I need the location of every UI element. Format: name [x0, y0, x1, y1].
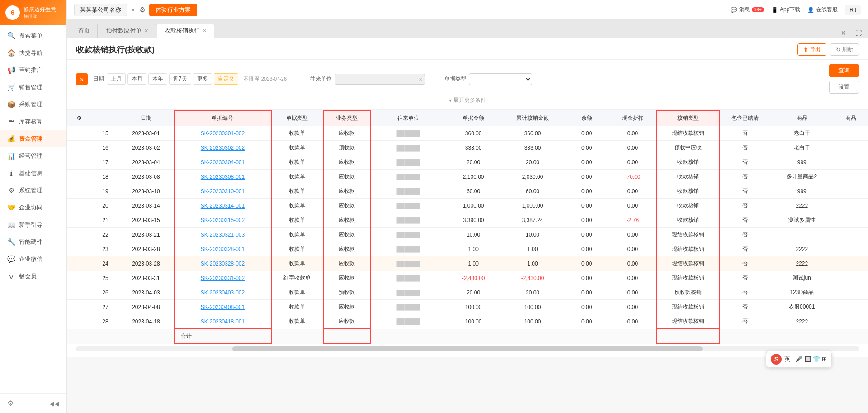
sidebar-item-label: 智能硬件 [19, 238, 42, 246]
td-singleno[interactable]: SK-20230301-002 [174, 126, 272, 141]
sidebar-item-wechat[interactable]: 💬 企业微信 [0, 251, 66, 268]
sidebar-item-basic[interactable]: ℹ 基础信息 [0, 165, 66, 182]
td-singletype: 收款单 [271, 242, 323, 256]
query-button[interactable]: 查询 [829, 64, 859, 77]
td-singleno[interactable]: SK-20230328-001 [174, 242, 272, 256]
date-btn-this-year[interactable]: 本年 [148, 73, 167, 85]
td-cumverify: 1.00 [501, 256, 564, 271]
singleno-link[interactable]: SK-20230315-002 [201, 217, 245, 223]
sidebar-settings-icon[interactable]: ⚙ [7, 399, 14, 408]
singleno-link[interactable]: SK-20230308-001 [201, 174, 245, 180]
sidebar-item-purchase[interactable]: 📦 采购管理 [0, 96, 66, 113]
sidebar-item-enterprise[interactable]: 🤝 企业协同 [0, 199, 66, 216]
export-button[interactable]: ⬆ 导出 [797, 43, 826, 56]
tab-prepay-close[interactable]: ✕ [144, 28, 148, 34]
singleno-link[interactable]: SK-20230403-002 [201, 290, 245, 296]
date-btn-this-month[interactable]: 本月 [127, 73, 146, 85]
td-singleno[interactable]: SK-20230331-002 [174, 271, 272, 285]
singleno-link[interactable]: SK-20230328-002 [201, 261, 245, 267]
company-name[interactable]: 某某某公司名称 [74, 4, 127, 16]
singleno-link[interactable]: SK-20230328-001 [201, 246, 245, 252]
app-download-item[interactable]: 📱 App下载 [771, 6, 800, 14]
sidebar-item-operations[interactable]: 📊 经营管理 [0, 147, 66, 165]
td-singleno[interactable]: SK-20230418-001 [174, 314, 272, 329]
singleno-link[interactable]: SK-20230314-001 [201, 203, 245, 209]
tab-prepay[interactable]: 预付款应付单 ✕ [99, 24, 156, 38]
td-verifytype: 现结收款核销 [656, 242, 719, 256]
td-includeclear: 否 [719, 213, 770, 228]
experience-button[interactable]: 体验行业方案 [149, 4, 197, 16]
partner-input[interactable] [335, 74, 425, 85]
td-singleno[interactable]: SK-20230304-001 [174, 155, 272, 170]
filter-dots[interactable]: ... [430, 75, 439, 83]
date-btn-custom[interactable]: 自定义 [214, 73, 238, 85]
filter-expand-button[interactable]: » [76, 73, 88, 85]
td-singletype: 收款单 [271, 155, 323, 170]
tab-maximize[interactable]: ⛶ [853, 28, 864, 38]
filter-settings-button[interactable]: 设置 [829, 81, 859, 94]
sidebar-item-quicknav[interactable]: 🏠 快捷导航 [0, 44, 66, 62]
dropdown-icon[interactable]: ▼ [131, 7, 136, 13]
td-singleno[interactable]: SK-20230314-001 [174, 199, 272, 213]
sidebar-item-label: 库存核算 [19, 118, 42, 126]
tab-home[interactable]: 首页 [71, 24, 98, 38]
tab-close-all[interactable]: ✕ [838, 28, 849, 38]
td-cashdiscount: 0.00 [609, 256, 656, 271]
td-singleno[interactable]: SK-20230302-002 [174, 141, 272, 155]
sidebar-item-member[interactable]: V 畅会员 [0, 268, 66, 285]
singleno-link[interactable]: SK-20230321-003 [201, 232, 245, 238]
singleno-link[interactable]: SK-20230408-001 [201, 304, 245, 310]
expand-more-btn[interactable]: ▾ 展开更多条件 [76, 94, 859, 105]
td-singleno[interactable]: SK-20230315-002 [174, 213, 272, 228]
user-name[interactable]: Rit [845, 5, 861, 15]
sidebar-item-inventory[interactable]: 🗃 库存核算 [0, 113, 66, 130]
td-singleno[interactable]: SK-20230321-003 [174, 228, 272, 242]
sidebar-item-marketing[interactable]: 📢 营销推广 [0, 62, 66, 79]
topbar-settings-icon[interactable]: ⚙ [139, 5, 146, 14]
th-settings[interactable]: ⚙ [67, 110, 92, 126]
sidebar-item-sales[interactable]: 🛒 销售管理 [0, 79, 66, 96]
td-date: 2023-03-31 [118, 271, 174, 285]
td-singleno[interactable]: SK-20230328-002 [174, 256, 272, 271]
td-goods2 [833, 184, 868, 199]
date-btn-more[interactable]: 更多 [193, 73, 212, 85]
query-actions: 查询 设置 [829, 64, 859, 94]
td-singleno[interactable]: SK-20230310-001 [174, 184, 272, 199]
td-singleno[interactable]: SK-20230403-002 [174, 285, 272, 300]
tab-receipt[interactable]: 收款核销执行 ✕ [157, 24, 214, 38]
sidebar-item-search[interactable]: 🔍 搜索菜单 [0, 27, 66, 44]
wechat-icon: 💬 [7, 255, 15, 263]
th-cashdiscount: 现金折扣 [609, 110, 656, 126]
sidebar-item-guide[interactable]: 📖 新手引导 [0, 216, 66, 233]
service-item[interactable]: 👤 在线客服 [807, 6, 838, 14]
singleno-link[interactable]: SK-20230304-001 [201, 159, 245, 166]
horizontal-scrollbar[interactable] [76, 346, 859, 351]
singleno-link[interactable]: SK-20230331-002 [201, 275, 245, 281]
tab-receipt-close[interactable]: ✕ [203, 28, 207, 34]
td-verifytype: 现结收款核销 [656, 314, 719, 329]
singleno-link[interactable]: SK-20230301-002 [201, 130, 245, 137]
voucher-type-select[interactable] [469, 73, 532, 85]
hscroll-thumb[interactable] [232, 346, 702, 351]
td-num: 22 [92, 228, 118, 242]
singleno-link[interactable]: SK-20230310-001 [201, 188, 245, 195]
sidebar-item-system[interactable]: ⚙ 系统管理 [0, 182, 66, 199]
sidebar-item-label: 营销推广 [19, 66, 42, 74]
expand-icon: » [80, 76, 84, 83]
td-singleno[interactable]: SK-20230308-001 [174, 170, 272, 184]
td-biztype [323, 329, 370, 344]
refresh-button[interactable]: ↻ 刷新 [830, 43, 859, 56]
sidebar-item-hardware[interactable]: 🔧 智能硬件 [0, 233, 66, 251]
sidebar-item-label: 系统管理 [19, 186, 42, 195]
sidebar-collapse-icon[interactable]: ◀◀ [49, 400, 59, 407]
singleno-link[interactable]: SK-20230418-001 [201, 318, 245, 325]
date-btn-7days[interactable]: 近7天 [169, 73, 191, 85]
td-cashdiscount: 0.00 [609, 199, 656, 213]
sidebar-item-finance[interactable]: 💰 资金管理 [0, 130, 66, 147]
message-item[interactable]: 💬 消息 99+ [731, 6, 764, 14]
partner-clear-icon[interactable]: ✕ [419, 76, 422, 81]
date-btn-prev-month[interactable]: 上月 [107, 73, 126, 85]
td-num: 19 [92, 184, 118, 199]
singleno-link[interactable]: SK-20230302-002 [201, 145, 245, 151]
td-singleno[interactable]: SK-20230408-001 [174, 300, 272, 314]
